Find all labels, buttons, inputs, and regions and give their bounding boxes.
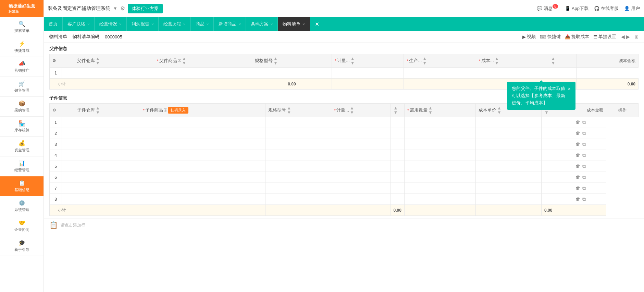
copy-icon-2[interactable]: ⧉ [582, 130, 586, 136]
child-warehouse-2[interactable] [62, 128, 74, 139]
app-download-btn[interactable]: 📱 App下载 [565, 5, 589, 12]
delete-icon-8[interactable]: 🗑 [575, 196, 580, 202]
child-product-2[interactable] [74, 128, 140, 139]
sidebar-item-新手引导[interactable]: 🎓新手引导 [0, 236, 44, 256]
child-unit-cost-2[interactable] [404, 128, 475, 139]
child-quantity-1[interactable] [391, 117, 404, 128]
child-extra1-5[interactable] [331, 161, 391, 172]
child-quantity-6[interactable] [391, 172, 404, 183]
grid-view-icon[interactable]: ⊞ [635, 34, 639, 39]
experience-btn[interactable]: 体验行业方案 [128, 4, 163, 13]
child-product-7[interactable] [74, 183, 140, 194]
child-extra1-8[interactable] [331, 194, 391, 205]
copy-icon-4[interactable]: ⧉ [582, 152, 586, 158]
child-product-6[interactable] [74, 172, 140, 183]
delete-icon-1[interactable]: 🗑 [575, 119, 580, 125]
close-tab-2[interactable]: × [119, 22, 121, 26]
gear-icon[interactable]: ⚙ [120, 5, 125, 12]
child-warehouse-1[interactable] [62, 117, 74, 128]
nav-tab-7[interactable]: 条码方案× [246, 17, 278, 31]
child-spec-3[interactable] [140, 139, 265, 150]
child-quantity-5[interactable] [391, 161, 404, 172]
delete-icon-2[interactable]: 🗑 [575, 130, 580, 136]
delete-icon-7[interactable]: 🗑 [575, 185, 580, 191]
parent-col-settings[interactable]: ⚙ [50, 54, 62, 68]
child-warehouse-5[interactable] [62, 161, 74, 172]
prev-arrow[interactable]: ◀ [620, 34, 626, 39]
delete-icon-6[interactable]: 🗑 [575, 174, 580, 180]
child-unit-3[interactable] [265, 139, 331, 150]
close-tab-4[interactable]: × [183, 22, 185, 26]
child-extra1-1[interactable] [331, 117, 391, 128]
child-quantity-3[interactable] [391, 139, 404, 150]
child-unit-cost-7[interactable] [404, 183, 475, 194]
extract-cost-action[interactable]: 📥 提取成本 [565, 34, 589, 40]
child-spec-4[interactable] [140, 150, 265, 161]
delete-icon-4[interactable]: 🗑 [575, 152, 580, 158]
message-btn[interactable]: 💬 消息 6 [537, 5, 559, 12]
delete-icon-5[interactable]: 🗑 [575, 163, 580, 169]
child-spec-7[interactable] [140, 183, 265, 194]
child-quantity-7[interactable] [391, 183, 404, 194]
close-tab-3[interactable]: × [151, 22, 153, 26]
child-product-1[interactable] [74, 117, 140, 128]
child-extra1-4[interactable] [331, 150, 391, 161]
sidebar-item-基础信息[interactable]: 📋基础信息 [0, 176, 44, 196]
copy-icon-8[interactable]: ⧉ [582, 196, 586, 202]
child-quantity-8[interactable] [391, 194, 404, 205]
child-warehouse-3[interactable] [62, 139, 74, 150]
copy-icon-1[interactable]: ⧉ [582, 119, 586, 125]
shortcut-action[interactable]: ⌨ 快捷键 [540, 34, 561, 40]
sidebar-item-企业协同[interactable]: 🤝企业协同 [0, 216, 44, 236]
parent-row-extra-1[interactable] [476, 68, 548, 79]
child-unit-4[interactable] [265, 150, 331, 161]
child-unit-cost-5[interactable] [404, 161, 475, 172]
child-unit-5[interactable] [265, 161, 331, 172]
child-extra1-6[interactable] [331, 172, 391, 183]
sidebar-item-营销推广[interactable]: 📣营销推广 [0, 57, 44, 77]
parent-row-warehouse-1[interactable] [62, 68, 74, 79]
close-tab-6[interactable]: × [238, 22, 240, 26]
delete-icon-3[interactable]: 🗑 [575, 141, 580, 147]
copy-icon-5[interactable]: ⧉ [582, 163, 586, 169]
close-tab-8[interactable]: × [302, 22, 305, 26]
breadcrumb-list[interactable]: 物料清单 [49, 34, 67, 40]
sidebar-item-搜索菜单[interactable]: 🔍搜索菜单 [0, 17, 44, 37]
single-settings-action[interactable]: ☰ 单据设置 [593, 34, 616, 40]
nav-tab-8[interactable]: 物料清单× [278, 17, 310, 31]
view-action[interactable]: ▶ 视频 [522, 34, 536, 40]
child-spec-2[interactable] [140, 128, 265, 139]
close-tab-7[interactable]: × [271, 22, 273, 26]
child-extra1-3[interactable] [331, 139, 391, 150]
copy-icon-7[interactable]: ⧉ [582, 185, 586, 191]
parent-row-production-1[interactable] [332, 68, 404, 79]
copy-icon-3[interactable]: ⧉ [582, 141, 586, 147]
child-unit-6[interactable] [265, 172, 331, 183]
tooltip-close-btn[interactable]: × [568, 85, 571, 93]
nav-tab-5[interactable]: 商品× [191, 17, 214, 31]
sidebar-item-销售管理[interactable]: 🛒销售管理 [0, 77, 44, 97]
system-select-icon[interactable]: ▼ [113, 6, 117, 11]
child-extra1-2[interactable] [331, 128, 391, 139]
child-spec-5[interactable] [140, 161, 265, 172]
nav-tab-4[interactable]: 经营历程× [159, 17, 190, 31]
nav-tab-1[interactable]: 客户联络× [63, 17, 95, 31]
child-unit-cost-1[interactable] [404, 117, 475, 128]
parent-row-cost-1[interactable] [404, 68, 476, 79]
child-product-8[interactable] [74, 194, 140, 205]
child-extra1-7[interactable] [331, 183, 391, 194]
child-spec-8[interactable] [140, 194, 265, 205]
nav-tab-6[interactable]: 新增商品× [214, 17, 246, 31]
parent-row-product-1[interactable] [74, 68, 154, 79]
nav-tab-2[interactable]: 经营情况× [95, 17, 126, 31]
child-quantity-4[interactable] [391, 150, 404, 161]
child-unit-cost-8[interactable] [404, 194, 475, 205]
child-col-settings[interactable]: ⚙ [50, 104, 62, 117]
sidebar-item-资金管理[interactable]: 💰资金管理 [0, 137, 44, 156]
parent-row-spec-1[interactable] [154, 68, 252, 79]
child-quantity-2[interactable] [391, 128, 404, 139]
child-unit-cost-6[interactable] [404, 172, 475, 183]
child-warehouse-8[interactable] [62, 194, 74, 205]
sidebar-item-系统管理[interactable]: ⚙️系统管理 [0, 196, 44, 216]
child-unit-1[interactable] [265, 117, 331, 128]
